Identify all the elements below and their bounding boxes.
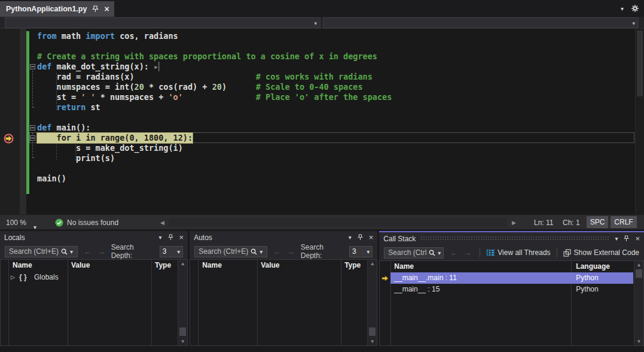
back-icon[interactable]: ← xyxy=(273,247,281,256)
code-lines: from math import cos, radians# Create a … xyxy=(37,31,392,184)
panel-title: Call Stack xyxy=(383,235,416,243)
code-line: st = ' ' * numspaces + 'o' # Place 'o' a… xyxy=(37,92,392,102)
autos-scrollbar[interactable]: ▲▼ xyxy=(367,260,377,345)
column-header-language[interactable]: Language xyxy=(576,262,610,271)
search-depth-select[interactable]: 3▾ xyxy=(349,246,373,257)
locals-row[interactable]: ▷{ }Globals xyxy=(1,271,187,283)
forward-icon[interactable]: → xyxy=(287,247,295,256)
code-line: print(s) xyxy=(37,153,392,163)
forward-icon[interactable]: → xyxy=(463,248,471,257)
column-header-value[interactable]: Value xyxy=(261,261,279,269)
threads-icon xyxy=(486,249,495,256)
callstack-panel: Call Stack ▾ × Search (Ctrl ▾ ←→ xyxy=(379,231,644,346)
spaces-mode[interactable]: SPC xyxy=(587,216,608,228)
search-icon xyxy=(61,248,68,255)
breakpoint-margin[interactable] xyxy=(0,29,20,214)
view-all-threads-button[interactable]: View all Threads xyxy=(486,248,550,257)
pin-icon[interactable] xyxy=(624,235,629,242)
pin-icon[interactable] xyxy=(168,234,173,241)
search-icon xyxy=(251,248,257,255)
column-header-type[interactable]: Type xyxy=(344,261,361,269)
chevron-down-icon[interactable]: ▾ xyxy=(260,248,263,255)
frame-name: __main__.main : 11 xyxy=(394,274,457,282)
column-header-name[interactable]: Name xyxy=(13,261,32,269)
panel-title: Locals xyxy=(4,233,25,242)
fold-collapse-marker[interactable] xyxy=(30,135,35,141)
editor-surface[interactable]: from math import cos, radians# Create a … xyxy=(0,29,644,214)
scroll-left-icon[interactable]: ◀ xyxy=(160,215,164,230)
callstack-row[interactable]: __main__.main : 11Python xyxy=(380,272,643,284)
column-header-name[interactable]: Name xyxy=(394,262,414,271)
search-icon xyxy=(429,250,435,256)
current-frame-arrow-icon xyxy=(380,272,390,284)
editor-vertical-scrollbar[interactable] xyxy=(635,29,644,214)
zoom-level[interactable]: 100 % xyxy=(6,215,26,230)
issues-check-icon xyxy=(55,215,63,230)
frame-language: Python xyxy=(576,285,598,293)
search-input[interactable]: Search (Ctrl+E) ▾ xyxy=(5,246,78,257)
column-header-type[interactable]: Type xyxy=(155,261,171,269)
tab-bar: PythonApplication1.py × ▾ xyxy=(0,0,644,17)
frame-name: __main__ : 15 xyxy=(394,285,439,293)
window-menu-icon[interactable]: ▾ xyxy=(159,234,162,241)
code-line: numspaces = int(20 * cos(rad) + 20) # Sc… xyxy=(37,82,392,92)
scope-dropdown[interactable]: ▾ xyxy=(323,17,639,28)
close-icon[interactable]: × xyxy=(179,233,184,242)
fold-collapse-marker[interactable] xyxy=(30,64,35,69)
expander-icon[interactable]: ▷ xyxy=(11,274,15,280)
variable-name: Globals xyxy=(34,273,59,281)
code-line xyxy=(37,41,392,51)
tab-title: PythonApplication1.py xyxy=(6,5,87,13)
code-line xyxy=(37,113,392,123)
code-line: s = make_dot_string(i) xyxy=(37,143,392,153)
search-input[interactable]: Search (Ctrl ▾ xyxy=(384,247,444,259)
show-external-code-button[interactable]: Show External Code xyxy=(563,248,639,257)
locals-grid: Name Value Type ▷{ }Globals ▲▼ xyxy=(0,259,188,346)
current-frame-arrow-icon xyxy=(380,284,390,295)
panel-title: Autos xyxy=(194,233,212,242)
title-grip xyxy=(420,236,610,241)
locals-scrollbar[interactable]: ▲▼ xyxy=(178,260,187,345)
line-number-margin xyxy=(20,29,26,214)
callstack-row[interactable]: __main__ : 15Python xyxy=(380,284,643,295)
project-dropdown[interactable]: ▾ xyxy=(5,17,321,28)
code-line: def make_dot_string(x): ▸▏ xyxy=(37,62,392,72)
close-icon[interactable]: × xyxy=(635,234,640,243)
editor-tab[interactable]: PythonApplication1.py × xyxy=(0,1,114,17)
code-line: for i in range(0, 1800, 12): xyxy=(37,133,392,143)
window-menu-icon[interactable]: ▾ xyxy=(349,234,352,241)
chevron-down-icon[interactable]: ▾ xyxy=(438,250,441,256)
issues-status[interactable]: No issues found xyxy=(67,215,118,230)
line-ending-mode[interactable]: CRLF xyxy=(611,216,637,228)
forward-icon[interactable]: → xyxy=(97,247,105,256)
code-line xyxy=(37,163,392,174)
code-line: rad = radians(x) # cos works with radian… xyxy=(37,72,392,82)
back-icon[interactable]: ← xyxy=(450,248,457,257)
execution-highlight: for i in range(0, 1800, 12): xyxy=(37,133,193,143)
horizontal-scrollbar[interactable] xyxy=(169,218,507,227)
search-input[interactable]: Search (Ctrl+E) ▾ xyxy=(194,246,267,257)
code-line: def main(): xyxy=(37,123,392,133)
autos-grid: Name Value Type ▲▼ xyxy=(190,259,377,346)
search-depth-select[interactable]: 3▾ xyxy=(160,246,183,257)
window-menu-icon[interactable]: ▾ xyxy=(615,235,618,242)
pin-icon[interactable] xyxy=(358,234,363,241)
frame-language: Python xyxy=(576,274,598,282)
close-icon[interactable]: × xyxy=(369,233,374,242)
chevron-down-icon[interactable]: ▾ xyxy=(621,5,624,12)
column-header-value[interactable]: Value xyxy=(71,261,90,269)
chevron-down-icon: ▾ xyxy=(314,20,317,26)
gear-icon[interactable] xyxy=(631,4,639,13)
breakpoint-current-statement-icon[interactable] xyxy=(4,133,14,144)
callstack-grid: Name Language __main__.main : 11Python__… xyxy=(379,260,644,346)
callstack-rows: __main__.main : 11Python__main__ : 15Pyt… xyxy=(380,272,643,295)
scroll-right-icon[interactable]: ▶ xyxy=(512,215,516,230)
callstack-scrollbar[interactable]: ▲▼ xyxy=(634,261,643,345)
pin-icon[interactable] xyxy=(92,5,99,13)
fold-collapse-marker[interactable] xyxy=(30,125,35,131)
back-icon[interactable]: ← xyxy=(84,247,91,256)
column-header-name[interactable]: Name xyxy=(202,261,222,269)
close-icon[interactable]: × xyxy=(104,4,109,14)
chevron-down-icon[interactable]: ▾ xyxy=(70,248,73,255)
code-line: # Create a string with spaces proportion… xyxy=(37,51,392,62)
